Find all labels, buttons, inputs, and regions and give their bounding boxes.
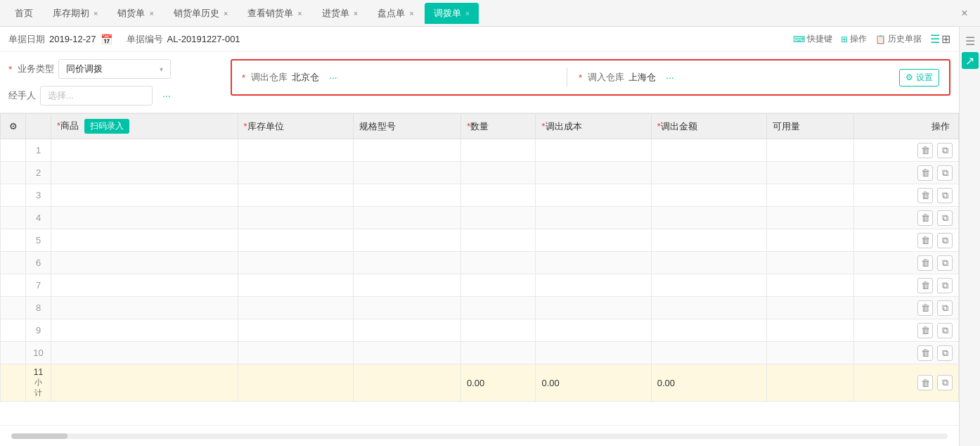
calendar-icon[interactable]: 📅 (101, 34, 112, 45)
sidebar-export-icon[interactable]: ↗ (962, 52, 979, 69)
tab-view-sales-close[interactable]: × (297, 9, 302, 18)
copy-icon[interactable]: ⧉ (937, 375, 953, 390)
copy-icon[interactable]: ⧉ (937, 143, 953, 158)
delete-icon[interactable]: 🗑 (917, 345, 933, 361)
window-close-button[interactable]: × (955, 4, 974, 23)
copy-icon[interactable]: ⧉ (937, 278, 953, 293)
tab-transfer-close[interactable]: × (465, 9, 470, 18)
chevron-down-icon: ▾ (160, 65, 163, 73)
history-btn[interactable]: 📋 历史单据 (875, 33, 922, 45)
date-value: 2019-12-27 (49, 34, 96, 44)
subtotal-available (767, 364, 854, 402)
tab-purchase[interactable]: 进货单 × (313, 3, 367, 24)
transfer-out-value: 北京仓 (292, 71, 319, 84)
tab-inventory-init-label: 库存期初 (53, 7, 89, 20)
delete-icon[interactable]: 🗑 (917, 165, 933, 181)
subtotal-amount: 0.00 (651, 364, 766, 402)
main-content: 单据日期 2019-12-27 📅 单据编号 AL-20191227-001 ⌨… (0, 27, 959, 446)
row-product[interactable] (51, 139, 238, 162)
row-cost (536, 139, 651, 162)
tab-inventory-init[interactable]: 库存期初 × (44, 3, 107, 24)
copy-icon[interactable]: ⧉ (937, 300, 953, 316)
tab-purchase-close[interactable]: × (354, 9, 358, 18)
row-available (767, 139, 854, 162)
tab-stocktake-close[interactable]: × (409, 9, 413, 18)
copy-icon[interactable]: ⧉ (937, 255, 953, 271)
tab-home-label: 首页 (15, 7, 33, 20)
table-settings-col[interactable]: ⚙ (1, 114, 26, 139)
row-product[interactable] (51, 229, 238, 252)
date-field-group: 单据日期 2019-12-27 📅 (8, 33, 112, 46)
row-product[interactable] (51, 207, 238, 229)
row-product[interactable] (51, 184, 238, 207)
col-action: 操作 (854, 114, 959, 139)
row-cost (536, 162, 651, 184)
layout-list-icon[interactable]: ☰ (930, 32, 940, 46)
number-field-group: 单据编号 AL-20191227-001 (127, 33, 240, 46)
row-settings (1, 319, 26, 342)
row-action: 🗑 ⧉ (854, 274, 959, 297)
tab-sales-order-close[interactable]: × (149, 9, 153, 18)
shortcuts-btn[interactable]: ⌨ 快捷键 (793, 33, 832, 45)
settings-button[interactable]: ⚙ 设置 (899, 69, 939, 87)
copy-icon[interactable]: ⧉ (937, 210, 953, 226)
row-action: 🗑 ⧉ (854, 297, 959, 319)
table-row: 2 🗑 ⧉ (1, 162, 959, 184)
delete-icon[interactable]: 🗑 (917, 143, 933, 158)
tab-transfer-label: 调拨单 (434, 7, 461, 20)
transfer-in-more-btn[interactable]: ··· (666, 72, 674, 83)
subtotal-spec (353, 364, 460, 402)
bottom-scrollbar[interactable] (0, 425, 959, 446)
copy-icon[interactable]: ⧉ (937, 345, 953, 361)
transfer-out-more-btn[interactable]: ··· (329, 72, 337, 83)
scroll-track[interactable] (11, 433, 948, 439)
copy-icon[interactable]: ⧉ (937, 165, 953, 181)
row-qty (460, 139, 536, 162)
row-product[interactable] (51, 319, 238, 342)
tab-inventory-init-close[interactable]: × (94, 9, 98, 18)
row-qty (460, 252, 536, 274)
tab-sales-order-label: 销货单 (117, 7, 145, 20)
handler-more-btn[interactable]: ··· (162, 90, 171, 101)
copy-icon[interactable]: ⧉ (937, 233, 953, 248)
tab-stocktake[interactable]: 盘点单 × (368, 3, 423, 24)
tab-transfer[interactable]: 调拨单 × (425, 3, 479, 24)
handler-dropdown[interactable]: 选择... (40, 86, 153, 106)
layout-grid-icon[interactable]: ⊞ (941, 32, 950, 46)
row-product[interactable] (51, 162, 238, 184)
number-value: AL-20191227-001 (167, 34, 240, 44)
delete-icon[interactable]: 🗑 (917, 278, 933, 293)
delete-icon[interactable]: 🗑 (917, 375, 933, 390)
delete-icon[interactable]: 🗑 (917, 323, 933, 338)
row-product[interactable] (51, 342, 238, 364)
delete-icon[interactable]: 🗑 (917, 255, 933, 271)
row-product[interactable] (51, 252, 238, 274)
delete-icon[interactable]: 🗑 (917, 188, 933, 203)
row-settings (1, 342, 26, 364)
tab-home[interactable]: 首页 (6, 3, 42, 24)
delete-icon[interactable]: 🗑 (917, 210, 933, 226)
copy-icon[interactable]: ⧉ (937, 323, 953, 338)
copy-icon[interactable]: ⧉ (937, 188, 953, 203)
shortcuts-label: 快捷键 (807, 33, 832, 45)
table-row: 10 🗑 ⧉ (1, 342, 959, 364)
sidebar-list-icon[interactable]: ☰ (962, 32, 979, 49)
row-product[interactable] (51, 297, 238, 319)
operations-btn[interactable]: ⊞ 操作 (841, 33, 867, 45)
row-number: 1 (26, 139, 51, 162)
row-action: 🗑 ⧉ (854, 139, 959, 162)
tab-view-sales[interactable]: 查看销货单 × (238, 3, 311, 24)
delete-icon[interactable]: 🗑 (917, 300, 933, 316)
tab-sales-history[interactable]: 销货单历史 × (165, 3, 237, 24)
scan-btn[interactable]: 扫码录入 (84, 119, 129, 134)
row-cost (536, 184, 651, 207)
row-amount (651, 297, 766, 319)
handler-label: 经手人 (8, 89, 36, 102)
tab-sales-order[interactable]: 销货单 × (108, 3, 162, 24)
row-available (767, 229, 854, 252)
col-product: *商品 扫码录入 (51, 114, 238, 139)
row-product[interactable] (51, 274, 238, 297)
delete-icon[interactable]: 🗑 (917, 233, 933, 248)
tab-sales-history-close[interactable]: × (224, 9, 228, 18)
business-type-dropdown[interactable]: 同价调拨 ▾ (58, 59, 171, 79)
